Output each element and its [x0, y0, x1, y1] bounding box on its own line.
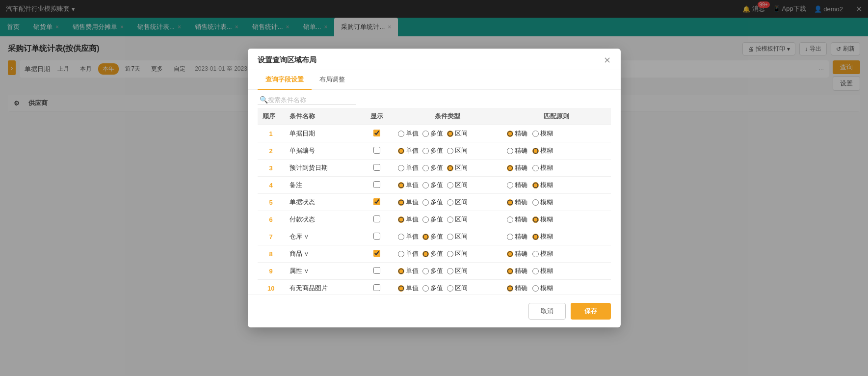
type-option-区间-row-5[interactable]: 区间	[447, 198, 468, 207]
type-option-单值-row-2[interactable]: 单值	[398, 146, 419, 155]
match-option-精确-row-8[interactable]: 精确	[507, 249, 527, 258]
type-option-区间-row-9[interactable]: 区间	[447, 267, 468, 275]
show-checkbox-8[interactable]	[373, 250, 380, 257]
cancel-btn[interactable]: 取消	[528, 303, 566, 320]
row-show-1	[361, 125, 393, 142]
type-option-区间-row-1[interactable]: 区间	[447, 129, 468, 138]
type-option-区间-row-3[interactable]: 区间	[447, 163, 468, 172]
modal-close-btn[interactable]: ✕	[604, 56, 611, 65]
show-checkbox-7[interactable]	[373, 233, 380, 240]
match-option-精确-row-4[interactable]: 精确	[507, 181, 527, 189]
match-option-模糊-row-7[interactable]: 模糊	[532, 232, 553, 241]
row-name-10: 有无商品图片	[285, 280, 361, 295]
match-option-模糊-row-5[interactable]: 模糊	[532, 198, 553, 207]
row-type-9: 单值多值区间	[393, 263, 502, 280]
type-option-多值-row-8[interactable]: 多值	[422, 249, 443, 258]
show-checkbox-10[interactable]	[373, 284, 380, 291]
row-type-2: 单值多值区间	[393, 142, 502, 160]
modal-tab-field-settings[interactable]: 查询字段设置	[258, 70, 312, 90]
show-checkbox-3[interactable]	[373, 164, 380, 171]
row-type-4: 单值多值区间	[393, 177, 502, 194]
row-type-7: 单值多值区间	[393, 228, 502, 245]
row-order-2: 2	[258, 142, 285, 160]
show-checkbox-2[interactable]	[373, 147, 380, 154]
modal-tab-layout-adjust[interactable]: 布局调整	[312, 70, 353, 90]
type-option-单值-row-5[interactable]: 单值	[398, 198, 419, 207]
row-match-9: 精确模糊	[502, 263, 611, 280]
type-option-区间-row-6[interactable]: 区间	[447, 215, 468, 224]
th-type: 条件类型	[393, 108, 502, 125]
row-show-8	[361, 245, 393, 263]
modal-table-wrapper: 顺序 条件名称 显示 条件类型 匹配原则 1单据日期单值多值区间精确模糊2单据编…	[248, 108, 621, 295]
type-option-单值-row-10[interactable]: 单值	[398, 284, 419, 293]
show-checkbox-5[interactable]	[373, 198, 380, 205]
row-match-8: 精确模糊	[502, 245, 611, 263]
row-show-3	[361, 160, 393, 177]
row-match-10: 精确模糊	[502, 280, 611, 295]
table-row: 6付款状态单值多值区间精确模糊	[258, 211, 611, 228]
type-option-单值-row-1[interactable]: 单值	[398, 129, 419, 138]
match-option-模糊-row-3[interactable]: 模糊	[532, 163, 553, 172]
row-match-7: 精确模糊	[502, 228, 611, 245]
row-order-7: 7	[258, 228, 285, 245]
row-type-6: 单值多值区间	[393, 211, 502, 228]
table-row: 8商品 ∨单值多值区间精确模糊	[258, 245, 611, 263]
type-option-区间-row-8[interactable]: 区间	[447, 249, 468, 258]
match-option-精确-row-10[interactable]: 精确	[507, 284, 527, 293]
match-option-精确-row-2[interactable]: 精确	[507, 146, 527, 155]
match-option-模糊-row-10[interactable]: 模糊	[532, 284, 553, 293]
type-option-多值-row-1[interactable]: 多值	[422, 129, 443, 138]
type-option-多值-row-4[interactable]: 多值	[422, 181, 443, 189]
match-option-模糊-row-1[interactable]: 模糊	[532, 129, 553, 138]
row-show-2	[361, 142, 393, 160]
condition-search-input[interactable]	[268, 96, 351, 104]
match-option-精确-row-7[interactable]: 精确	[507, 232, 527, 241]
match-option-精确-row-6[interactable]: 精确	[507, 215, 527, 224]
type-option-单值-row-8[interactable]: 单值	[398, 249, 419, 258]
row-show-4	[361, 177, 393, 194]
show-checkbox-4[interactable]	[373, 181, 380, 188]
type-option-单值-row-4[interactable]: 单值	[398, 181, 419, 189]
table-row: 10有无商品图片单值多值区间精确模糊	[258, 280, 611, 295]
type-option-多值-row-6[interactable]: 多值	[422, 215, 443, 224]
match-option-精确-row-3[interactable]: 精确	[507, 163, 527, 172]
row-match-4: 精确模糊	[502, 177, 611, 194]
type-option-多值-row-9[interactable]: 多值	[422, 267, 443, 275]
type-option-单值-row-6[interactable]: 单值	[398, 215, 419, 224]
match-option-模糊-row-8[interactable]: 模糊	[532, 249, 553, 258]
type-option-多值-row-7[interactable]: 多值	[422, 232, 443, 241]
match-option-模糊-row-2[interactable]: 模糊	[532, 146, 553, 155]
match-option-模糊-row-4[interactable]: 模糊	[532, 181, 553, 189]
type-option-区间-row-10[interactable]: 区间	[447, 284, 468, 293]
row-match-1: 精确模糊	[502, 125, 611, 142]
row-order-3: 3	[258, 160, 285, 177]
match-option-精确-row-5[interactable]: 精确	[507, 198, 527, 207]
row-name-7: 仓库 ∨	[285, 228, 361, 245]
type-option-多值-row-10[interactable]: 多值	[422, 284, 443, 293]
type-option-区间-row-7[interactable]: 区间	[447, 232, 468, 241]
type-option-单值-row-7[interactable]: 单值	[398, 232, 419, 241]
row-name-4: 备注	[285, 177, 361, 194]
type-option-单值-row-9[interactable]: 单值	[398, 267, 419, 275]
row-match-6: 精确模糊	[502, 211, 611, 228]
type-option-单值-row-3[interactable]: 单值	[398, 163, 419, 172]
type-option-多值-row-2[interactable]: 多值	[422, 146, 443, 155]
match-option-模糊-row-9[interactable]: 模糊	[532, 267, 553, 275]
type-option-区间-row-2[interactable]: 区间	[447, 146, 468, 155]
show-checkbox-6[interactable]	[373, 215, 380, 222]
row-name-1: 单据日期	[285, 125, 361, 142]
save-btn[interactable]: 保存	[571, 303, 611, 320]
row-type-10: 单值多值区间	[393, 280, 502, 295]
type-option-区间-row-4[interactable]: 区间	[447, 181, 468, 189]
row-name-5: 单据状态	[285, 194, 361, 211]
match-option-模糊-row-6[interactable]: 模糊	[532, 215, 553, 224]
row-order-4: 4	[258, 177, 285, 194]
type-option-多值-row-5[interactable]: 多值	[422, 198, 443, 207]
match-option-精确-row-1[interactable]: 精确	[507, 129, 527, 138]
row-type-5: 单值多值区间	[393, 194, 502, 211]
type-option-多值-row-3[interactable]: 多值	[422, 163, 443, 172]
show-checkbox-9[interactable]	[373, 267, 380, 274]
row-name-6: 付款状态	[285, 211, 361, 228]
match-option-精确-row-9[interactable]: 精确	[507, 267, 527, 275]
show-checkbox-1[interactable]	[373, 130, 380, 136]
